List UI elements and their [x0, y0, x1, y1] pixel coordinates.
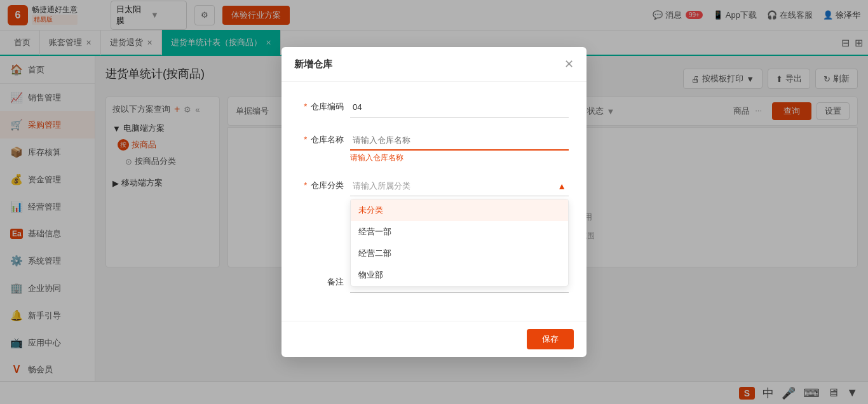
dropdown-item-3[interactable]: 物业部 — [351, 264, 568, 286]
warehouse-name-input[interactable] — [350, 130, 569, 151]
warehouse-category-field: 请输入所属分类 ▲ 未分类 经营一部 经营二部 — [350, 176, 569, 196]
category-arrow-icon: ▲ — [557, 181, 566, 191]
form-row-name: 仓库名称 请输入仓库名称 — [299, 130, 569, 163]
modal-header: 新增仓库 ✕ — [281, 47, 587, 82]
notes-label: 备注 — [299, 273, 350, 288]
form-row-category: 仓库分类 请输入所属分类 ▲ 未分类 经营一部 — [299, 176, 569, 196]
warehouse-category-label: 仓库分类 — [299, 176, 350, 191]
modal-body: 仓库编码 仓库名称 请输入仓库名称 仓库分类 — [281, 82, 587, 321]
save-button[interactable]: 保存 — [527, 329, 574, 349]
category-placeholder: 请输入所属分类 — [353, 180, 410, 192]
warehouse-name-field: 请输入仓库名称 — [350, 130, 569, 163]
warehouse-code-label: 仓库编码 — [299, 97, 350, 112]
warehouse-category-select[interactable]: 请输入所属分类 ▲ — [350, 176, 569, 196]
dropdown-item-1[interactable]: 经营一部 — [351, 221, 568, 243]
warehouse-code-field — [350, 97, 569, 118]
form-row-code: 仓库编码 — [299, 97, 569, 118]
category-dropdown: 未分类 经营一部 经营二部 物业部 — [350, 199, 569, 286]
modal-add-warehouse: 新增仓库 ✕ 仓库编码 仓库名称 请输入仓库名称 — [281, 47, 587, 357]
modal-overlay[interactable]: 新增仓库 ✕ 仓库编码 仓库名称 请输入仓库名称 — [0, 0, 868, 404]
modal-close-button[interactable]: ✕ — [564, 57, 574, 71]
dropdown-item-2[interactable]: 经营二部 — [351, 243, 568, 264]
warehouse-code-input[interactable] — [350, 97, 569, 118]
modal-footer: 保存 — [281, 321, 587, 357]
warehouse-name-error: 请输入仓库名称 — [350, 152, 569, 163]
warehouse-name-label: 仓库名称 — [299, 130, 350, 145]
dropdown-item-0[interactable]: 未分类 — [351, 199, 568, 221]
modal-title: 新增仓库 — [294, 58, 332, 71]
